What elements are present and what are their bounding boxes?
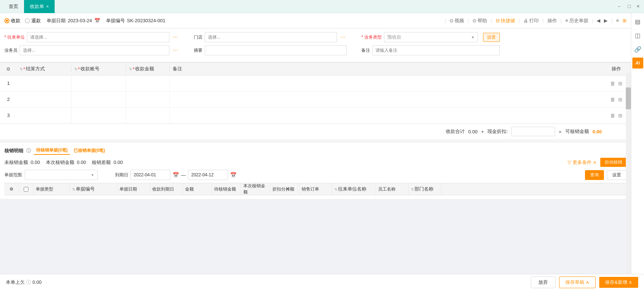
query-btn[interactable]: 查询 — [585, 170, 604, 180]
prev-icon[interactable]: ◀ — [597, 18, 600, 23]
save-new-label: 保存&新增 — [605, 279, 627, 286]
sidebar-doc-icon[interactable]: ◫ — [632, 30, 643, 41]
row-2-remark[interactable] — [170, 91, 602, 107]
sidebar-table-icon[interactable]: ▤ — [632, 16, 643, 27]
party-input[interactable] — [27, 32, 169, 42]
table-settings-icon[interactable]: ⚙ — [0, 66, 17, 72]
more-conditions-label: 更多条件 — [573, 159, 592, 166]
filter-icon: ▽ — [568, 160, 571, 165]
row-1-method[interactable] — [17, 75, 71, 91]
bt-col-order: 销售订单 — [299, 183, 332, 195]
radio-receive[interactable]: 收款 — [4, 17, 20, 24]
sidebar-link-icon[interactable]: 🔗 — [632, 44, 643, 55]
tab-pending[interactable]: 待核销单据(0笔) — [34, 146, 70, 155]
shortcut-icon: ⊟ — [496, 18, 500, 23]
row-2-delete-icon[interactable]: 🗑 — [610, 97, 615, 102]
win-maximize-btn[interactable]: □ — [626, 3, 632, 10]
row-3-delete-icon[interactable]: 🗑 — [610, 113, 615, 118]
staff-more-btn[interactable]: ··· — [172, 47, 179, 54]
row-1-account[interactable] — [71, 75, 126, 91]
row-2-method[interactable] — [17, 91, 71, 107]
tab-close-icon[interactable]: × — [46, 0, 49, 13]
win-minimize-btn[interactable]: － — [615, 3, 623, 10]
summary-row: 收款合计 0.00 + 现金折扣: = 可核销金额 0.00 — [0, 124, 631, 139]
print-btn[interactable]: 🖨 打印 — [523, 17, 539, 24]
row-3-amount[interactable] — [126, 107, 170, 123]
row-2-copy-icon[interactable]: ⊞ — [618, 97, 623, 102]
tab-home[interactable]: 首页 — [3, 0, 24, 13]
date-range-group: 到期日 📅 — 📅 — [115, 170, 236, 180]
sep8: | — [611, 18, 612, 23]
curr-check-amount: 本次核销金额 0.00 — [46, 159, 86, 166]
order-info-icon[interactable]: ⓘ — [26, 279, 31, 286]
grid-icon[interactable]: ⊞ — [623, 18, 627, 23]
verif-settings-btn[interactable]: 设置 — [607, 170, 627, 180]
note-input[interactable] — [372, 45, 500, 55]
summary-input[interactable] — [205, 45, 347, 55]
biz-type-value: 预收款 — [387, 34, 401, 40]
video-btn[interactable]: ⊙ 视频 — [449, 17, 464, 24]
help-icon: ⊙ — [472, 18, 476, 23]
row-3-copy-icon[interactable]: ⊞ — [618, 113, 623, 118]
tab-active[interactable]: 收款单 × — [24, 0, 55, 13]
biz-type-select[interactable]: 预收款 ▼ — [384, 32, 478, 42]
print-label: 打印 — [529, 17, 539, 24]
row-3-remark[interactable] — [170, 107, 602, 123]
settings-btn[interactable]: 设置 — [483, 33, 500, 42]
staff-input[interactable] — [20, 45, 169, 55]
row-1-delete-icon[interactable]: 🗑 — [610, 81, 615, 86]
save-draft-btn[interactable]: 保存草稿 ∧ — [559, 277, 596, 288]
radio-refund[interactable]: 退款 — [25, 17, 41, 24]
date-from-input[interactable] — [130, 170, 170, 180]
sep6: | — [561, 18, 562, 23]
range-select[interactable]: ▼ — [25, 170, 98, 180]
save-new-btn[interactable]: 保存&新增 ∧ — [599, 277, 638, 288]
row-1-amount[interactable] — [126, 75, 170, 91]
party-more-btn[interactable]: ··· — [172, 34, 179, 40]
win-close-btn[interactable]: × — [635, 3, 641, 10]
row-2-amount[interactable] — [126, 91, 170, 107]
row-3-method[interactable] — [17, 107, 71, 123]
more-conditions-btn[interactable]: ▽ 更多条件 ∧ — [568, 159, 597, 166]
row-num-2: 2 — [0, 97, 17, 102]
row-1-copy-icon[interactable]: ⊞ — [618, 81, 623, 86]
operate-btn[interactable]: 操作 — [547, 17, 557, 24]
calendar-icon[interactable]: 📅 — [94, 18, 100, 23]
list-icon[interactable]: ≡ — [616, 18, 619, 23]
discount-input[interactable] — [511, 127, 555, 136]
range-date-row: 单据范围 ▼ 到期日 📅 — 📅 查询 设置 — [4, 170, 627, 180]
scrollbar-thumb[interactable] — [626, 87, 631, 109]
scrollbar[interactable] — [626, 73, 631, 274]
row-1-remark[interactable] — [170, 75, 602, 91]
verif-info-icon[interactable]: ⓘ — [26, 148, 31, 154]
row-3-account[interactable] — [71, 107, 126, 123]
help-btn[interactable]: ⊙ 帮助 — [472, 17, 487, 24]
bt-col-check[interactable] — [19, 183, 34, 195]
abandon-btn[interactable]: 放弃 — [531, 277, 555, 288]
col-method-header: ⇅ * 结算方式 — [17, 66, 71, 72]
sidebar-ai-icon[interactable]: Ai — [632, 58, 643, 68]
cal-to-icon[interactable]: 📅 — [230, 172, 236, 178]
date-to-input[interactable] — [188, 170, 228, 180]
bt-col-settings[interactable]: ⚙ — [4, 183, 19, 195]
row-2-account[interactable] — [71, 91, 126, 107]
help-label: 帮助 — [478, 17, 487, 24]
bt-col-num: ⇅ 单据编号 — [70, 183, 117, 195]
auto-verify-btn[interactable]: 自动核销 — [600, 158, 627, 167]
shop-more-btn[interactable]: ··· — [339, 34, 347, 40]
sort-icon: ⇅ — [20, 67, 23, 71]
toolbar-right-actions: | ⊙ 视频 | ⊙ 帮助 | ⊟ 快捷键 | 🖨 打印 | 操作 — [445, 17, 627, 24]
verification-section: 核销明细 ⓘ 待核销单据(0笔) 已核销单据(0笔) 未核销金额 0.00 本次… — [0, 143, 631, 199]
tab-done[interactable]: 已核销单据(0笔) — [71, 147, 107, 154]
history-btn[interactable]: ≡ 历史单据 — [565, 17, 588, 24]
table-header: ⚙ ⇅ * 结算方式 ⇅ * 收款账号 ⇅ * 收款金额 备注 操作 — [0, 62, 631, 75]
shortcut-btn[interactable]: ⊟ 快捷键 — [496, 17, 515, 24]
radio-receive-dot — [4, 18, 9, 23]
bt-check-all[interactable] — [24, 187, 28, 192]
shop-input[interactable] — [205, 32, 337, 42]
next-icon[interactable]: ▶ — [604, 18, 608, 23]
cal-from-icon[interactable]: 📅 — [173, 172, 179, 178]
eq-sign: = — [559, 129, 562, 134]
diff-amount: 核销差额 0.00 — [92, 159, 123, 166]
verif-tabs: 待核销单据(0笔) 已核销单据(0笔) — [34, 146, 107, 155]
